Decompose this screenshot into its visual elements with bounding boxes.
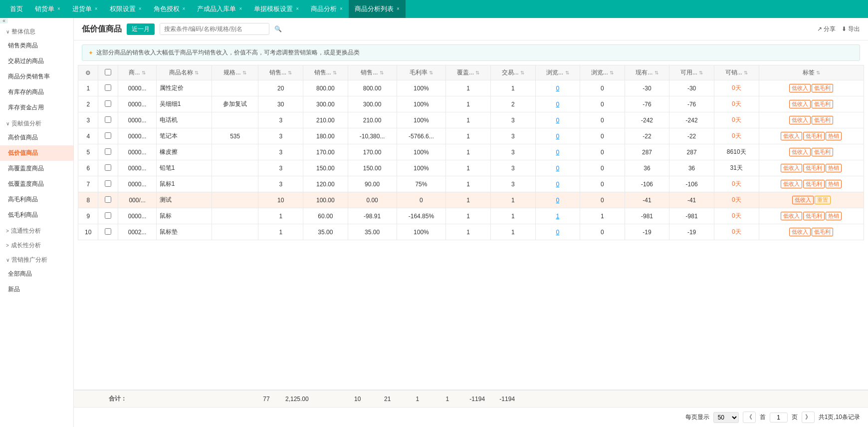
- select-all-checkbox[interactable]: [105, 69, 111, 75]
- browse-link[interactable]: 0: [556, 165, 560, 172]
- browse-link[interactable]: 0: [556, 197, 560, 204]
- col-stock2[interactable]: 可用... ⇅: [669, 65, 714, 80]
- sidebar-item-traded-goods[interactable]: 交易过的商品: [0, 53, 73, 69]
- row-checkbox[interactable]: [105, 212, 111, 219]
- col-browse1[interactable]: 浏览... ⇅: [535, 65, 580, 80]
- col-sale1[interactable]: 销售... ⇅: [303, 65, 348, 80]
- cell-browse1[interactable]: 0: [535, 176, 580, 192]
- cell-checkbox[interactable]: [98, 96, 118, 112]
- sidebar-group-circulation[interactable]: > 流通性分析: [0, 223, 73, 237]
- last-page-btn[interactable]: 》: [802, 412, 815, 423]
- search-icon[interactable]: 🔍: [274, 25, 282, 32]
- close-icon[interactable]: ×: [296, 0, 299, 18]
- cell-checkbox[interactable]: [98, 112, 118, 128]
- nav-product-analysis[interactable]: 商品分析 ×: [305, 0, 349, 18]
- nav-template-settings[interactable]: 单据模板设置 ×: [248, 0, 305, 18]
- first-page-btn[interactable]: 《: [743, 412, 756, 423]
- export-button[interactable]: ⬇ 导出: [842, 25, 860, 33]
- cell-checkbox[interactable]: [98, 208, 118, 224]
- browse-link[interactable]: 0: [556, 133, 560, 140]
- col-margin[interactable]: 毛利率 ⇅: [397, 65, 446, 80]
- close-icon[interactable]: ×: [57, 0, 60, 18]
- cell-checkbox[interactable]: [98, 192, 118, 208]
- cell-checkbox[interactable]: [98, 144, 118, 160]
- sidebar-item-low-profit[interactable]: 低毛利商品: [0, 207, 73, 223]
- per-page-select[interactable]: 50 100 200: [713, 412, 739, 423]
- col-code[interactable]: 商... ⇅: [118, 65, 156, 80]
- browse-link[interactable]: 0: [556, 149, 560, 156]
- sidebar-item-low-value[interactable]: 低价值商品: [0, 145, 73, 161]
- col-checkbox[interactable]: [98, 65, 118, 80]
- cell-browse1[interactable]: 0: [535, 144, 580, 160]
- cell-checkbox[interactable]: [98, 160, 118, 176]
- nav-role-auth[interactable]: 角色授权 ×: [148, 0, 192, 18]
- close-icon[interactable]: ×: [95, 0, 98, 18]
- cell-checkbox[interactable]: [98, 176, 118, 192]
- close-icon[interactable]: ×: [183, 0, 186, 18]
- cell-browse1[interactable]: 0: [535, 96, 580, 112]
- col-days[interactable]: 可销... ⇅: [714, 65, 759, 80]
- sidebar-group-contribution[interactable]: ∨ 贡献值分析: [0, 115, 73, 130]
- sidebar-item-sales-goods[interactable]: 销售类商品: [0, 38, 73, 53]
- browse-link[interactable]: 0: [556, 101, 560, 108]
- row-checkbox[interactable]: [105, 228, 111, 235]
- col-qty[interactable]: 销售... ⇅: [258, 65, 303, 80]
- sidebar-item-high-profit[interactable]: 高毛利商品: [0, 192, 73, 207]
- sidebar-group-marketing[interactable]: ∨ 营销推广分析: [0, 252, 73, 266]
- close-icon[interactable]: ×: [340, 0, 343, 18]
- sidebar-group-growth[interactable]: > 成长性分析: [0, 237, 73, 252]
- row-checkbox[interactable]: [105, 180, 111, 187]
- search-input[interactable]: [160, 23, 269, 35]
- sidebar-item-high-value[interactable]: 高价值商品: [0, 130, 73, 145]
- nav-product-analysis-list[interactable]: 商品分析列表 ×: [349, 0, 406, 18]
- close-icon[interactable]: ×: [397, 0, 400, 18]
- cell-browse1[interactable]: 1: [535, 208, 580, 224]
- row-checkbox[interactable]: [105, 148, 111, 155]
- row-checkbox[interactable]: [105, 84, 111, 91]
- nav-permissions[interactable]: 权限设置 ×: [104, 0, 148, 18]
- nav-home[interactable]: 首页: [4, 0, 29, 18]
- row-checkbox[interactable]: [105, 164, 111, 171]
- col-sale2[interactable]: 销售... ⇅: [348, 65, 397, 80]
- row-checkbox[interactable]: [105, 100, 111, 107]
- col-browse2[interactable]: 浏览... ⇅: [580, 65, 625, 80]
- cell-browse1[interactable]: 0: [535, 128, 580, 144]
- page-number-input[interactable]: [770, 413, 788, 423]
- sidebar-item-low-coverage[interactable]: 低覆盖度商品: [0, 176, 73, 192]
- cell-browse1[interactable]: 0: [535, 192, 580, 208]
- nav-product-inbound[interactable]: 产成品入库单 ×: [191, 0, 248, 18]
- nav-purchase-order[interactable]: 进货单 ×: [66, 0, 104, 18]
- col-spec[interactable]: 规格... ⇅: [212, 65, 258, 80]
- close-icon[interactable]: ×: [239, 0, 242, 18]
- col-trade[interactable]: 交易... ⇅: [490, 65, 535, 80]
- sidebar-item-inventory-capital[interactable]: 库存资金占用: [0, 100, 73, 115]
- cell-browse1[interactable]: 0: [535, 160, 580, 176]
- sidebar-item-high-coverage[interactable]: 高覆盖度商品: [0, 161, 73, 176]
- cell-checkbox[interactable]: [98, 224, 118, 240]
- browse-link[interactable]: 0: [556, 85, 560, 92]
- share-button[interactable]: ↗ 分享: [817, 25, 836, 33]
- browse-link[interactable]: 1: [556, 213, 560, 220]
- col-stock1[interactable]: 现有... ⇅: [625, 65, 669, 80]
- cell-checkbox[interactable]: [98, 128, 118, 144]
- col-name[interactable]: 商品名称 ⇅: [156, 65, 212, 80]
- sidebar-item-inventory-goods[interactable]: 有库存的商品: [0, 84, 73, 100]
- row-checkbox[interactable]: [105, 132, 111, 139]
- browse-link[interactable]: 0: [556, 117, 560, 124]
- sidebar-collapse-btn[interactable]: «: [0, 18, 8, 23]
- col-coverage[interactable]: 覆盖... ⇅: [446, 65, 491, 80]
- sidebar-item-all-goods[interactable]: 全部商品: [0, 266, 73, 282]
- col-settings[interactable]: ⚙: [78, 65, 98, 80]
- cell-browse1[interactable]: 0: [535, 112, 580, 128]
- cell-browse1[interactable]: 0: [535, 80, 580, 96]
- sidebar-item-category-sales-rate[interactable]: 商品分类销售率: [0, 69, 73, 84]
- row-checkbox[interactable]: [105, 116, 111, 123]
- sidebar-item-new-goods[interactable]: 新品: [0, 282, 73, 297]
- browse-link[interactable]: 0: [556, 181, 560, 188]
- cell-checkbox[interactable]: [98, 80, 118, 96]
- time-filter-button[interactable]: 近一月: [127, 23, 155, 35]
- nav-sales-order[interactable]: 销货单 ×: [29, 0, 66, 18]
- row-checkbox[interactable]: [105, 196, 111, 203]
- cell-browse1[interactable]: 0: [535, 224, 580, 240]
- close-icon[interactable]: ×: [139, 0, 142, 18]
